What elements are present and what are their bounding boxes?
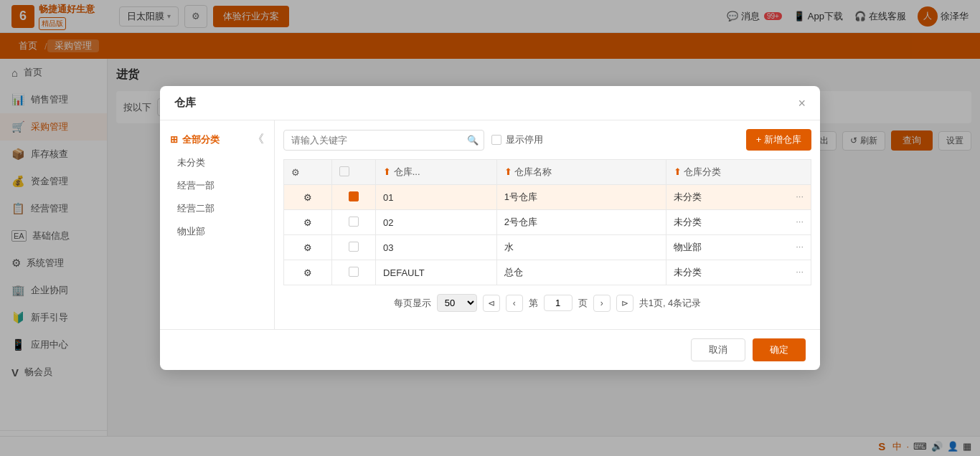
row-check-1[interactable] (332, 210, 376, 235)
row-name-2: 水 (496, 235, 666, 260)
select-all-checkbox[interactable] (339, 166, 349, 176)
row-name-3: 总仓 (496, 260, 666, 285)
row-checkbox-1[interactable] (349, 217, 359, 227)
cancel-button[interactable]: 取消 (691, 338, 745, 361)
row-checkbox-0[interactable] (349, 191, 359, 201)
row-code-3: DEFAULT (376, 260, 497, 285)
category-item-property[interactable]: 物业部 (160, 220, 274, 243)
row-name-0: 1号仓库 (496, 185, 666, 210)
collapse-panel-btn[interactable]: 《 (253, 132, 264, 147)
row-more-3[interactable]: ··· (796, 266, 804, 277)
row-gear-0[interactable]: ⚙ (284, 185, 332, 210)
category-all-btn[interactable]: ⊞ 全部分类 (170, 133, 220, 146)
warehouse-modal: 仓库 × ⊞ 全部分类 《 未分类 经营一部 经营二部 物业部 (160, 86, 820, 370)
col-header-code: ⬆ 仓库... (376, 160, 497, 185)
show-disabled-checkbox[interactable] (491, 135, 501, 145)
col-header-category: ⬆ 仓库分类 (666, 160, 811, 185)
row-more-2[interactable]: ··· (796, 241, 804, 252)
search-input-wrap: 🔍 (283, 130, 484, 151)
row-category-0: 未分类 ··· (666, 185, 811, 210)
row-category-1: 未分类 ··· (666, 210, 811, 235)
table-row[interactable]: ⚙ DEFAULT 总仓 未分类 ··· (284, 260, 811, 285)
modal-title: 仓库 (174, 96, 196, 110)
modal-header: 仓库 × (160, 86, 820, 120)
row-code-1: 02 (376, 210, 497, 235)
row-check-3[interactable] (332, 260, 376, 285)
pagination-bar: 每页显示 50 20 100 ⊲ ‹ 第 页 › ⊳ 共1页, 4条记录 (283, 285, 811, 320)
first-page-btn[interactable]: ⊲ (483, 295, 500, 312)
content-panel: 🔍 显示停用 + 新增仓库 ⚙ (275, 120, 820, 329)
show-disabled-toggle[interactable]: 显示停用 (491, 133, 543, 146)
close-button[interactable]: × (798, 97, 806, 110)
row-checkbox-2[interactable] (349, 242, 359, 252)
table-row[interactable]: ⚙ 03 水 物业部 ··· (284, 235, 811, 260)
modal-body: ⊞ 全部分类 《 未分类 经营一部 经营二部 物业部 🔍 (160, 120, 820, 329)
row-gear-1[interactable]: ⚙ (284, 210, 332, 235)
page-size-select[interactable]: 50 20 100 (437, 294, 477, 312)
row-category-3: 未分类 ··· (666, 260, 811, 285)
row-name-1: 2号仓库 (496, 210, 666, 235)
search-icon[interactable]: 🔍 (467, 135, 479, 146)
table-row[interactable]: ⚙ 02 2号仓库 未分类 ··· (284, 210, 811, 235)
last-page-btn[interactable]: ⊳ (616, 295, 633, 312)
prev-page-btn[interactable]: ‹ (506, 295, 523, 312)
page-input[interactable] (544, 295, 573, 311)
category-item-unclassified[interactable]: 未分类 (160, 151, 274, 174)
warehouse-table: ⚙ ⬆ 仓库... ⬆ (283, 159, 811, 285)
table-container: ⚙ ⬆ 仓库... ⬆ (283, 159, 811, 285)
row-check-2[interactable] (332, 235, 376, 260)
category-item-ops1[interactable]: 经营一部 (160, 174, 274, 197)
search-toolbar: 🔍 显示停用 + 新增仓库 (283, 129, 811, 151)
row-gear-2[interactable]: ⚙ (284, 235, 332, 260)
row-code-0: 01 (376, 185, 497, 210)
confirm-button[interactable]: 确定 (753, 338, 806, 361)
search-input[interactable] (283, 130, 484, 151)
category-header: ⊞ 全部分类 《 (160, 128, 274, 151)
row-more-0[interactable]: ··· (796, 191, 804, 201)
row-gear-3[interactable]: ⚙ (284, 260, 332, 285)
category-panel: ⊞ 全部分类 《 未分类 经营一部 经营二部 物业部 (160, 120, 275, 329)
next-page-btn[interactable]: › (593, 295, 611, 312)
modal-overlay: 仓库 × ⊞ 全部分类 《 未分类 经营一部 经营二部 物业部 (0, 0, 980, 456)
table-row[interactable]: ⚙ 01 1号仓库 未分类 ··· (284, 185, 811, 210)
add-warehouse-btn[interactable]: + 新增仓库 (746, 129, 811, 151)
category-item-ops2[interactable]: 经营二部 (160, 197, 274, 220)
row-category-2: 物业部 ··· (666, 235, 811, 260)
row-code-2: 03 (376, 235, 497, 260)
modal-footer: 取消 确定 (160, 329, 820, 370)
grid-icon: ⊞ (170, 134, 178, 145)
row-check-0[interactable] (332, 185, 376, 210)
col-header-gear: ⚙ (284, 160, 332, 185)
col-header-name: ⬆ 仓库名称 (496, 160, 666, 185)
col-header-check (332, 160, 376, 185)
row-checkbox-3[interactable] (349, 267, 359, 277)
row-more-1[interactable]: ··· (796, 216, 804, 227)
